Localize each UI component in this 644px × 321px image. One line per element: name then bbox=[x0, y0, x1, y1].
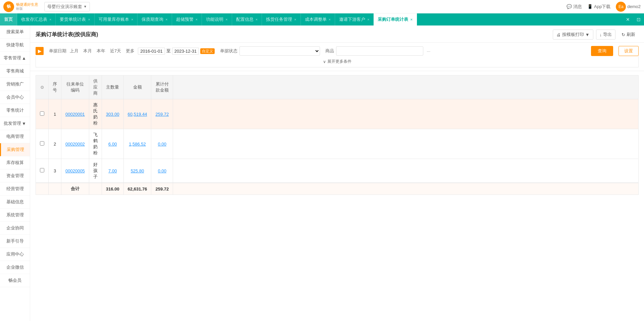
shortcut-this-month[interactable]: 本月 bbox=[82, 47, 93, 55]
row-checkbox[interactable] bbox=[36, 159, 49, 183]
tab-baozhiqi[interactable]: 保质期查询 × bbox=[138, 13, 172, 25]
sidebar-item-quick[interactable]: 快捷导航 bbox=[0, 39, 30, 52]
row-paid[interactable]: 0.00 bbox=[151, 129, 173, 159]
row-amount[interactable]: 60,519.44 bbox=[123, 99, 151, 129]
settings-button[interactable]: 设置 bbox=[619, 46, 639, 56]
data-table: ⚙ 序号 往来单位编码 供应商 主数量 金额 累计付款金额 bbox=[36, 75, 639, 195]
expand-more-row[interactable]: ∨ 展开更多条件 bbox=[36, 56, 639, 67]
status-select[interactable] bbox=[239, 46, 320, 56]
query-button[interactable]: 查询 bbox=[591, 46, 613, 56]
tab-caigou-active[interactable]: 采购订单统计表 × bbox=[374, 13, 417, 25]
logo-text: 畅捷通好生意 标版 bbox=[16, 2, 38, 11]
date-custom-tag[interactable]: 自定义 bbox=[200, 48, 215, 54]
sidebar-item-basic[interactable]: 基础信息 bbox=[0, 196, 30, 209]
row-amount[interactable]: 525.80 bbox=[123, 159, 151, 183]
date-shortcuts: 上月 本月 本年 近7天 更多 bbox=[68, 47, 136, 55]
sidebar-item-retail-stat[interactable]: 零售统计 bbox=[0, 104, 30, 117]
avatar: Ea bbox=[616, 2, 626, 12]
message-btn[interactable]: 💬 消息 bbox=[567, 4, 582, 10]
row-quantity[interactable]: 7.00 bbox=[102, 159, 123, 183]
chevron-down-icon: ▼ bbox=[585, 32, 590, 37]
user-menu[interactable]: Ea demo2 bbox=[616, 2, 641, 12]
tab-home[interactable]: 首页 bbox=[0, 13, 17, 25]
row-checkbox[interactable] bbox=[36, 99, 49, 129]
close-icon[interactable]: × bbox=[256, 17, 258, 21]
sidebar-item-collab[interactable]: 企业协同 bbox=[0, 222, 30, 235]
tab-yaoqing[interactable]: 邀请下游客户 × bbox=[335, 13, 374, 25]
sidebar-item-member[interactable]: 会员中心 bbox=[0, 91, 30, 104]
sidebar-item-marketing[interactable]: 营销推广 bbox=[0, 78, 30, 91]
shortcut-7days[interactable]: 近7天 bbox=[109, 47, 122, 55]
close-all-btn[interactable]: ✕ bbox=[623, 13, 633, 25]
workspace-selector[interactable]: 母婴行业演示账套 ▼ bbox=[44, 2, 90, 11]
row-quantity[interactable]: 303.00 bbox=[102, 99, 123, 129]
row-code[interactable]: 00020001 bbox=[61, 99, 89, 129]
export-icon: ↓ bbox=[600, 32, 602, 37]
date-from[interactable]: 2016-01-01 bbox=[138, 48, 165, 55]
row-paid[interactable]: 0.00 bbox=[151, 159, 173, 183]
footer-amount: 62,631.76 bbox=[123, 183, 151, 195]
sidebar-item-guide[interactable]: 新手引导 bbox=[0, 235, 30, 248]
filter-date-item: 单据日期 上月 本月 本年 近7天 更多 2016-01-01 至 2023-1… bbox=[49, 47, 215, 55]
sidebar-item-purchase[interactable]: 采购管理 bbox=[0, 143, 30, 156]
sidebar-item-app-center[interactable]: 应用中心 bbox=[0, 248, 30, 261]
tab-shoufacun[interactable]: 收发存汇总表 × bbox=[17, 13, 56, 25]
close-icon[interactable]: × bbox=[294, 17, 296, 21]
close-icon[interactable]: × bbox=[49, 17, 51, 21]
tab-keyong[interactable]: 可用量库存账本 × bbox=[95, 13, 138, 25]
close-icon[interactable]: × bbox=[165, 17, 167, 21]
print-button[interactable]: 🖨 按模板打印 ▼ bbox=[553, 30, 593, 40]
row-paid[interactable]: 259.72 bbox=[151, 99, 173, 129]
col-header-quantity: 主数量 bbox=[102, 75, 123, 99]
tab-gongneng[interactable]: 功能说明 × bbox=[202, 13, 232, 25]
footer-empty-2 bbox=[49, 183, 61, 195]
date-to[interactable]: 2023-12-31 bbox=[172, 48, 199, 55]
refresh-button[interactable]: ↻ 刷新 bbox=[618, 30, 639, 39]
shortcut-last-month[interactable]: 上月 bbox=[68, 47, 80, 55]
sidebar-item-vip[interactable]: 畅会员 bbox=[0, 274, 30, 287]
tab-jianhuo[interactable]: 拣货任务管理 × bbox=[262, 13, 301, 25]
col-header-settings[interactable]: ⚙ bbox=[36, 75, 49, 99]
sidebar-item-search[interactable]: 搜索菜单 bbox=[0, 25, 30, 39]
more-icon[interactable]: ··· bbox=[425, 49, 432, 54]
settings-icon[interactable]: ⚙ bbox=[40, 85, 44, 90]
sidebar-item-ecommerce[interactable]: 电商管理 bbox=[0, 130, 30, 143]
close-icon[interactable]: × bbox=[196, 17, 198, 21]
filter-goods-item: 商品 ··· bbox=[325, 46, 432, 56]
table-row: 3 00020005 好孩子 7.00 525.80 0.00 bbox=[36, 159, 639, 183]
row-checkbox[interactable] bbox=[36, 129, 49, 159]
message-icon: 💬 bbox=[567, 4, 572, 9]
close-icon[interactable]: × bbox=[329, 17, 331, 21]
close-icon[interactable]: × bbox=[367, 17, 369, 21]
close-icon[interactable]: × bbox=[88, 17, 90, 21]
table-row: 2 00020002 飞鹤奶粉 6.00 1,586.52 0.00 bbox=[36, 129, 639, 159]
sidebar-item-operation[interactable]: 经营管理 bbox=[0, 182, 30, 196]
sidebar-item-wholesale[interactable]: 批发管理 ▼ bbox=[0, 117, 30, 130]
sidebar-item-mall[interactable]: 零售商城 bbox=[0, 65, 30, 78]
tab-chengben[interactable]: 成本调整单 × bbox=[301, 13, 335, 25]
close-icon[interactable]: × bbox=[410, 17, 412, 21]
tab-yaohuo[interactable]: 要货单统计表 × bbox=[56, 13, 94, 25]
export-button[interactable]: ↓ 导出 bbox=[596, 30, 616, 40]
app-download-btn[interactable]: 📱 App下载 bbox=[587, 4, 610, 10]
sidebar-item-wechat[interactable]: 企业微信 bbox=[0, 261, 30, 274]
close-icon[interactable]: × bbox=[131, 17, 133, 21]
sidebar-item-inventory[interactable]: 库存核算 bbox=[0, 156, 30, 169]
tab-peizhi[interactable]: 配置信息 × bbox=[232, 13, 262, 25]
filter-toggle-btn[interactable]: ▶ bbox=[36, 47, 44, 55]
row-code[interactable]: 00020002 bbox=[61, 129, 89, 159]
maximize-btn[interactable]: ⊡ bbox=[633, 13, 644, 25]
footer-empty-3 bbox=[89, 183, 102, 195]
goods-input[interactable] bbox=[336, 46, 423, 56]
sidebar-item-finance[interactable]: 资金管理 bbox=[0, 169, 30, 182]
row-code[interactable]: 00020005 bbox=[61, 159, 89, 183]
shortcut-more[interactable]: 更多 bbox=[124, 47, 136, 55]
row-amount[interactable]: 1,586.52 bbox=[123, 129, 151, 159]
sidebar-item-retail[interactable]: 零售管理 ▲ bbox=[0, 52, 30, 65]
shortcut-this-year[interactable]: 本年 bbox=[95, 47, 107, 55]
col-header-paid: 累计付款金额 bbox=[151, 75, 173, 99]
sidebar-item-system[interactable]: 系统管理 bbox=[0, 209, 30, 222]
close-icon[interactable]: × bbox=[225, 17, 227, 21]
row-quantity[interactable]: 6.00 bbox=[102, 129, 123, 159]
tab-chaochu[interactable]: 超储预警 × bbox=[172, 13, 202, 25]
